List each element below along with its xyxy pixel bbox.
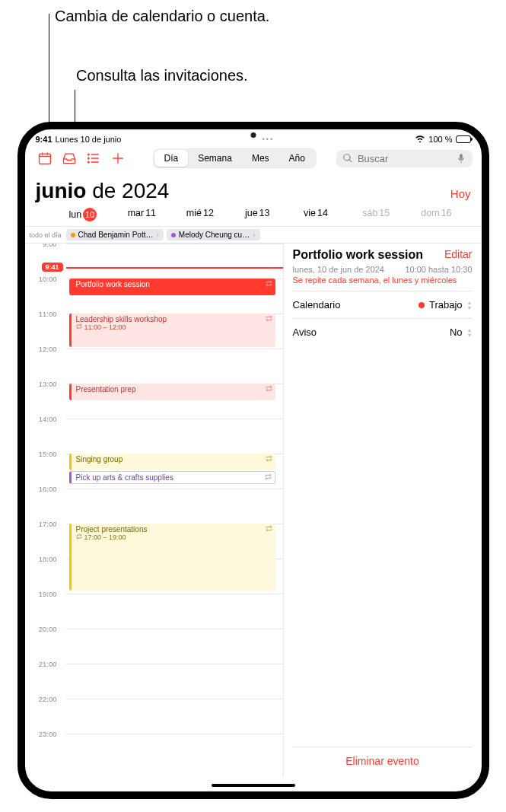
hour-label: 22:00	[25, 695, 62, 703]
today-button[interactable]: Hoy	[450, 187, 471, 200]
view-month[interactable]: Mes	[242, 150, 279, 167]
edit-button[interactable]: Editar	[444, 248, 473, 260]
timeline-event[interactable]: Portfolio work session	[69, 279, 275, 295]
all-day-event-chip[interactable]: Melody Cheung cu…›	[167, 229, 260, 240]
hour-label: 15:00	[25, 450, 62, 458]
event-time: 10:00 hasta 10:30	[405, 265, 472, 274]
hour-label: 11:00	[25, 310, 62, 318]
home-indicator[interactable]	[212, 784, 295, 787]
hour-label: 9:00	[25, 244, 62, 248]
event-repeat: Se repite cada semana, el lunes y miérco…	[293, 275, 473, 285]
hour-label: 12:00	[25, 345, 62, 353]
calendar-dot-icon	[71, 233, 75, 237]
search-icon	[342, 153, 353, 164]
now-indicator-badge: 9:41	[41, 263, 62, 272]
hour-label: 16:00	[25, 485, 62, 493]
hour-label: 19:00	[25, 590, 62, 598]
calendar-row[interactable]: Calendario Trabajo ▲▼	[293, 291, 473, 318]
timeline-event[interactable]: Leadership skills workshop11:00 – 12:00	[69, 314, 275, 347]
day-header[interactable]: lun10	[66, 208, 125, 221]
all-day-label: todo el día	[25, 231, 66, 239]
chevron-right-icon: ›	[156, 231, 158, 239]
repeat-icon	[266, 315, 272, 323]
add-icon[interactable]	[107, 149, 129, 167]
chevron-updown-icon: ▲▼	[467, 327, 473, 338]
callout-calendars: Cambia de calendario o cuenta.	[55, 8, 269, 24]
mic-icon[interactable]	[456, 153, 466, 164]
repeat-icon	[266, 385, 272, 393]
day-header[interactable]: sáb15	[359, 208, 418, 221]
repeat-icon	[76, 323, 82, 331]
hour-label: 13:00	[25, 380, 62, 388]
list-icon[interactable]	[83, 149, 104, 167]
event-title: Portfolio work session	[293, 248, 424, 262]
calendar-row-label: Calendario	[293, 299, 341, 310]
status-date: Lunes 10 de junio	[56, 135, 122, 144]
hour-label: 17:00	[25, 520, 62, 528]
day-header[interactable]: vie14	[301, 208, 359, 221]
alert-row-value: No	[450, 326, 463, 338]
day-header[interactable]: dom16	[418, 208, 476, 221]
status-bar: 9:41 Lunes 10 de junio ••• 100 %	[25, 129, 482, 145]
battery-percent: 100 %	[428, 135, 452, 144]
hour-label: 21:00	[25, 660, 62, 668]
calendars-icon[interactable]	[34, 149, 56, 167]
inbox-icon[interactable]	[59, 149, 80, 167]
event-detail-panel: Portfolio work session Editar lunes, 10 …	[284, 244, 482, 776]
status-time: 9:41	[36, 135, 53, 144]
timeline-event[interactable]: Pick up arts & crafts supplies	[69, 471, 275, 484]
day-timeline[interactable]: 9:0010:0011:0012:0013:0014:0015:0016:001…	[25, 244, 284, 776]
selected-day-badge: 10	[83, 208, 97, 221]
hour-label: 10:00	[25, 275, 62, 283]
svg-point-3	[88, 161, 89, 163]
event-date: lunes, 10 de jun de 2024	[293, 265, 385, 274]
repeat-icon	[266, 525, 272, 533]
hour-label: 20:00	[25, 625, 62, 633]
calendar-row-value: Trabajo	[429, 299, 463, 310]
svg-point-1	[88, 154, 89, 155]
svg-point-2	[88, 158, 89, 159]
hour-label: 18:00	[25, 555, 62, 563]
alert-row[interactable]: Aviso No ▲▼	[293, 318, 473, 345]
repeat-icon	[266, 455, 272, 463]
search-field[interactable]	[336, 150, 473, 167]
callout-invitations: Consulta las invitaciones.	[76, 67, 248, 84]
day-header[interactable]: mar11	[125, 208, 183, 221]
calendar-color-dot	[418, 302, 425, 308]
repeat-icon	[265, 473, 272, 482]
week-days-row: lun10mar11mié12jue13vie14sáb15dom16	[25, 208, 482, 227]
battery-icon	[456, 135, 471, 143]
ipad-frame: 9:41 Lunes 10 de junio ••• 100 % Día Sem…	[18, 122, 489, 799]
timeline-event[interactable]: Project presentations17:00 – 19:00	[69, 524, 275, 591]
calendar-dot-icon	[171, 233, 176, 237]
alert-row-label: Aviso	[293, 326, 317, 338]
wifi-icon	[415, 134, 425, 144]
view-week[interactable]: Semana	[188, 150, 242, 167]
repeat-icon	[266, 280, 272, 288]
repeat-icon	[76, 533, 82, 541]
svg-rect-0	[39, 154, 50, 164]
timeline-event[interactable]: Singing group	[69, 454, 275, 470]
month-title: junio de 2024	[36, 179, 170, 203]
view-year[interactable]: Año	[279, 150, 315, 167]
day-header[interactable]: mié12	[183, 208, 242, 221]
chevron-right-icon: ›	[253, 231, 255, 239]
delete-event-button[interactable]: Eliminar evento	[293, 747, 473, 767]
view-segmented-control: Día Semana Mes Año	[153, 148, 317, 168]
view-day[interactable]: Día	[154, 150, 189, 167]
now-indicator-line	[66, 267, 283, 269]
timeline-event[interactable]: Presentation prep	[69, 384, 275, 400]
all-day-event-chip[interactable]: Chad Benjamin Pott…›	[66, 229, 164, 240]
search-input[interactable]	[358, 153, 451, 164]
multitask-dots-icon[interactable]: •••	[253, 135, 283, 143]
hour-label: 23:00	[25, 730, 62, 738]
day-header[interactable]: jue13	[242, 208, 301, 221]
hour-label: 14:00	[25, 415, 62, 423]
chevron-updown-icon: ▲▼	[467, 300, 473, 310]
